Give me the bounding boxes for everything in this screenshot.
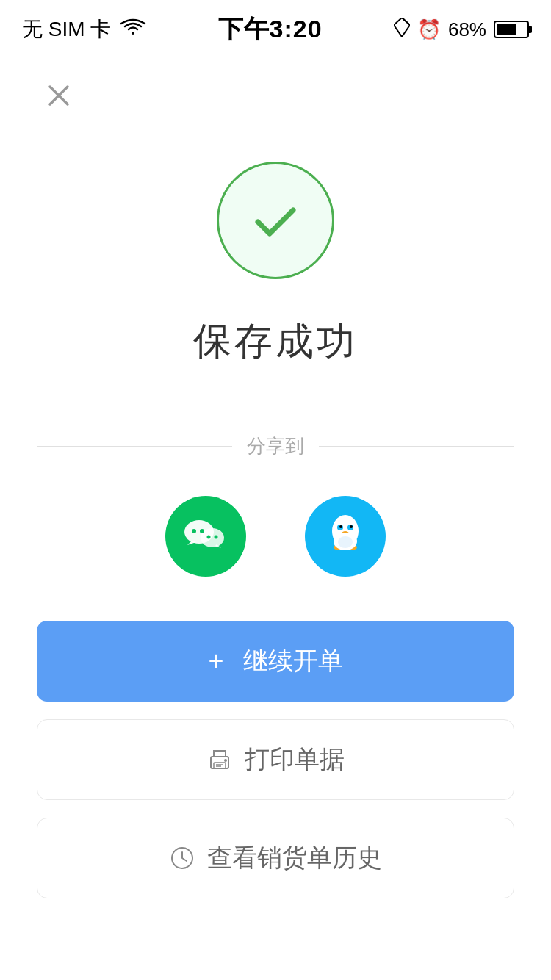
share-section: 分享到 xyxy=(37,411,514,613)
status-bar: 无 SIM 卡 下午3:20 ⏰ 68% xyxy=(0,0,551,59)
svg-point-17 xyxy=(338,536,353,548)
view-history-label: 查看销货单历史 xyxy=(207,841,382,875)
success-title: 保存成功 xyxy=(193,316,358,367)
print-receipt-button[interactable]: 打印单据 xyxy=(37,719,514,800)
status-time: 下午3:20 xyxy=(218,12,323,46)
continue-order-label: 继续开单 xyxy=(243,644,343,678)
alarm-icon: ⏰ xyxy=(417,18,441,41)
battery-icon-container xyxy=(494,21,529,38)
svg-point-5 xyxy=(200,529,204,533)
location-icon xyxy=(394,18,410,42)
divider-left xyxy=(37,446,232,447)
plus-icon: + xyxy=(208,646,223,677)
success-circle xyxy=(217,162,334,279)
divider-right xyxy=(319,446,514,447)
svg-point-11 xyxy=(339,525,342,528)
success-section: 保存成功 xyxy=(37,132,514,411)
carrier-text: 无 SIM 卡 xyxy=(22,15,111,43)
battery-icon xyxy=(494,21,529,38)
share-divider: 分享到 xyxy=(37,433,514,459)
battery-text: 68% xyxy=(448,18,486,41)
svg-point-4 xyxy=(192,529,196,533)
action-buttons: +继续开单 打印单据 xyxy=(37,613,514,906)
printer-icon xyxy=(206,746,233,773)
svg-point-22 xyxy=(224,759,227,762)
continue-order-button[interactable]: +继续开单 xyxy=(37,621,514,702)
svg-point-12 xyxy=(350,525,353,528)
share-icons xyxy=(37,496,514,577)
wifi-icon xyxy=(120,17,146,43)
history-icon xyxy=(169,845,195,871)
qq-share-button[interactable] xyxy=(305,496,386,577)
main-content: 保存成功 分享到 xyxy=(0,59,551,920)
svg-rect-19 xyxy=(214,763,226,768)
status-left: 无 SIM 卡 xyxy=(22,15,146,43)
status-right: ⏰ 68% xyxy=(394,18,529,42)
view-history-button[interactable]: 查看销货单历史 xyxy=(37,818,514,898)
svg-point-7 xyxy=(215,536,218,539)
close-button[interactable] xyxy=(37,73,81,118)
wechat-share-button[interactable] xyxy=(165,496,246,577)
svg-point-6 xyxy=(207,536,211,539)
print-receipt-label: 打印单据 xyxy=(245,743,345,777)
share-label: 分享到 xyxy=(232,433,319,459)
battery-fill xyxy=(497,24,516,35)
